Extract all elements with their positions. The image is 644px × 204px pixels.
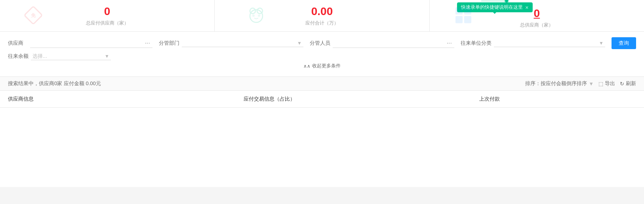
- filter-unit-category-chevron-icon: ▼: [599, 40, 604, 46]
- filter-supplier-input-wrapper: ···: [30, 39, 152, 48]
- filter-unit-category: 往来单位分类 ▼: [461, 39, 605, 47]
- filter-person-ellipsis-button[interactable]: ···: [446, 40, 453, 47]
- collapse-label: 收起更多条件: [312, 63, 341, 69]
- stat-total-payable-suppliers: 免 0 总应付供应商（家）: [0, 0, 215, 31]
- filter-balance: 往来余额 ▼: [8, 52, 111, 60]
- svg-rect-10: [464, 16, 471, 23]
- stat-number-payable-suppliers: 0: [104, 5, 111, 18]
- sort-label: 排序：按应付会额倒序排序: [525, 80, 587, 87]
- svg-point-2: [250, 10, 263, 22]
- svg-rect-7: [455, 7, 463, 14]
- filter-department-label: 分管部门: [159, 40, 179, 47]
- stats-bar: 免 0 总应付供应商（家） 0.00 应付合计（万）: [0, 0, 644, 32]
- stat-number-payable-total: 0.00: [311, 5, 333, 18]
- column-transaction-info: 应付交易信息（占比）: [244, 95, 479, 103]
- filter-supplier-input[interactable]: [32, 40, 144, 46]
- refresh-icon: ↻: [620, 81, 624, 87]
- stat-label-total-suppliers: 总供应商（家）: [520, 22, 553, 29]
- column-last-payment: 上次付款: [479, 95, 636, 103]
- filter-department-chevron-icon: ▼: [297, 40, 302, 46]
- filter-supplier-ellipsis-button[interactable]: ···: [144, 40, 151, 47]
- svg-point-6: [258, 14, 260, 17]
- table-body: [0, 108, 644, 187]
- collapse-up-icon: ∧∧: [303, 63, 311, 69]
- filter-person-label: 分管人员: [310, 40, 330, 47]
- filter-department-input-wrapper: ▼: [182, 39, 303, 47]
- export-icon: ⬚: [598, 81, 603, 87]
- filter-unit-category-input[interactable]: [495, 40, 599, 46]
- filter-person-input-wrapper: ···: [333, 39, 454, 48]
- filter-person-input[interactable]: [334, 40, 446, 46]
- tooltip-line: [481, 1, 505, 1]
- collapse-row: ∧∧ 收起更多条件: [8, 60, 636, 73]
- stat-total-suppliers: 快速录单的快捷键说明在这里 × 0 总供应商（家）: [430, 0, 644, 31]
- filter-balance-label: 往来余额: [8, 53, 29, 60]
- stat-payable-total: 0.00 应付合计（万）: [215, 0, 429, 31]
- filter-balance-input[interactable]: [32, 53, 105, 59]
- stat-label-payable-total: 应付合计（万）: [305, 20, 339, 27]
- collapse-button[interactable]: ∧∧ 收起更多条件: [303, 63, 341, 69]
- result-bar: 搜索结果中，供应商0家 应付金额 0.00元 排序：按应付会额倒序排序 ▼ ⬚ …: [0, 77, 644, 91]
- stat-label-payable-suppliers: 总应付供应商（家）: [86, 20, 129, 27]
- sort-chevron-icon: ▼: [589, 81, 594, 87]
- result-actions: 排序：按应付会额倒序排序 ▼ ⬚ 导出 ↻ 刷新: [525, 80, 636, 87]
- filter-supplier-label: 供应商: [8, 40, 28, 47]
- svg-text:免: 免: [30, 12, 36, 18]
- column-supplier-info: 供应商信息: [8, 95, 244, 103]
- refresh-label: 刷新: [626, 80, 636, 87]
- filter-unit-category-label: 往来单位分类: [461, 40, 492, 47]
- export-button[interactable]: ⬚ 导出: [598, 80, 615, 87]
- tooltip-close-button[interactable]: ×: [525, 5, 528, 10]
- filter-unit-category-input-wrapper: ▼: [494, 39, 605, 47]
- filter-person: 分管人员 ···: [310, 39, 454, 48]
- table-header: 供应商信息 应付交易信息（占比） 上次付款: [0, 91, 644, 108]
- export-label: 导出: [605, 80, 615, 87]
- svg-point-5: [252, 14, 255, 17]
- filter-area: 供应商 ··· 分管部门 ▼ 分管人员 ··· 往来单位分类: [0, 32, 644, 77]
- svg-rect-8: [464, 7, 471, 14]
- sort-select[interactable]: 排序：按应付会额倒序排序 ▼: [525, 80, 594, 87]
- svg-rect-9: [455, 16, 463, 23]
- filter-department: 分管部门 ▼: [159, 39, 303, 47]
- filter-balance-chevron-icon: ▼: [105, 53, 109, 59]
- refresh-button[interactable]: ↻ 刷新: [620, 80, 636, 87]
- result-info-text: 搜索结果中，供应商0家 应付金额 0.00元: [8, 80, 101, 87]
- stat-number-total-suppliers: 0: [534, 7, 540, 20]
- filter-balance-input-wrapper: ▼: [31, 52, 111, 60]
- filter-department-input[interactable]: [183, 40, 297, 46]
- filter-supplier: 供应商 ···: [8, 39, 152, 48]
- search-button[interactable]: 查询: [612, 37, 636, 49]
- filter-row-2: 往来余额 ▼: [8, 52, 636, 60]
- filter-row-1: 供应商 ··· 分管部门 ▼ 分管人员 ··· 往来单位分类: [8, 37, 636, 49]
